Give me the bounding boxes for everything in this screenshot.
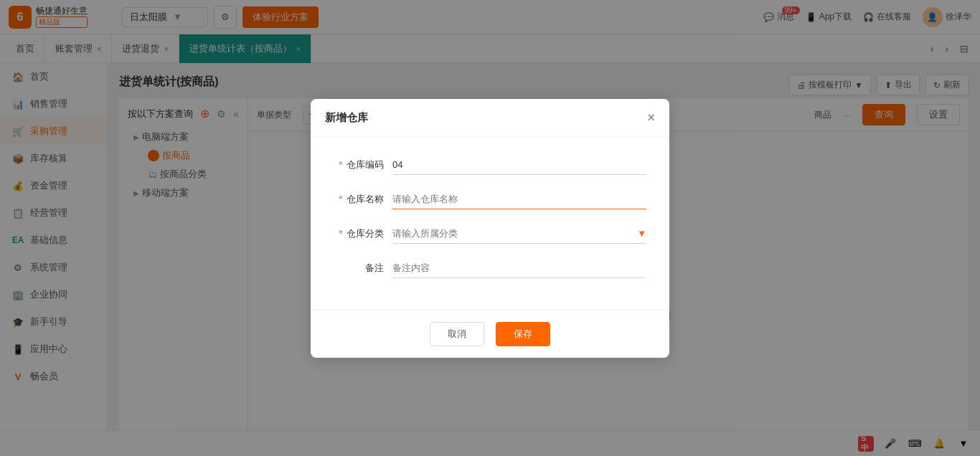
warehouse-category-select[interactable]: ▼ (392, 224, 646, 244)
warehouse-name-label: * 仓库名称 (334, 193, 384, 206)
warehouse-name-input[interactable] (392, 189, 646, 209)
add-warehouse-modal: 新增仓库 × * 仓库编码 * 仓库名称 (311, 99, 669, 358)
modal-body: * 仓库编码 * 仓库名称 * 仓库分类 (311, 138, 669, 310)
required-star-1: * (339, 159, 342, 170)
warehouse-code-label: * 仓库编码 (334, 158, 384, 171)
remark-row: 备注 (334, 258, 646, 278)
warehouse-category-input[interactable] (392, 228, 637, 239)
cancel-button[interactable]: 取消 (430, 322, 484, 346)
modal-overlay: 新增仓库 × * 仓库编码 * 仓库名称 (0, 0, 980, 456)
save-button[interactable]: 保存 (496, 322, 550, 346)
remark-input[interactable] (392, 258, 646, 278)
warehouse-category-label: * 仓库分类 (334, 227, 384, 240)
modal-footer: 取消 保存 (311, 310, 669, 358)
modal-close-button[interactable]: × (647, 110, 655, 125)
remark-label: 备注 (334, 262, 384, 275)
category-dropdown-arrow: ▼ (637, 228, 646, 239)
modal-title: 新增仓库 (325, 111, 368, 125)
modal-header: 新增仓库 × (311, 99, 669, 138)
required-star-3: * (339, 228, 342, 239)
warehouse-category-row: * 仓库分类 ▼ (334, 224, 646, 244)
required-star-2: * (339, 194, 342, 204)
warehouse-code-row: * 仓库编码 (334, 155, 646, 175)
warehouse-name-row: * 仓库名称 (334, 189, 646, 209)
warehouse-code-input[interactable] (392, 155, 646, 175)
